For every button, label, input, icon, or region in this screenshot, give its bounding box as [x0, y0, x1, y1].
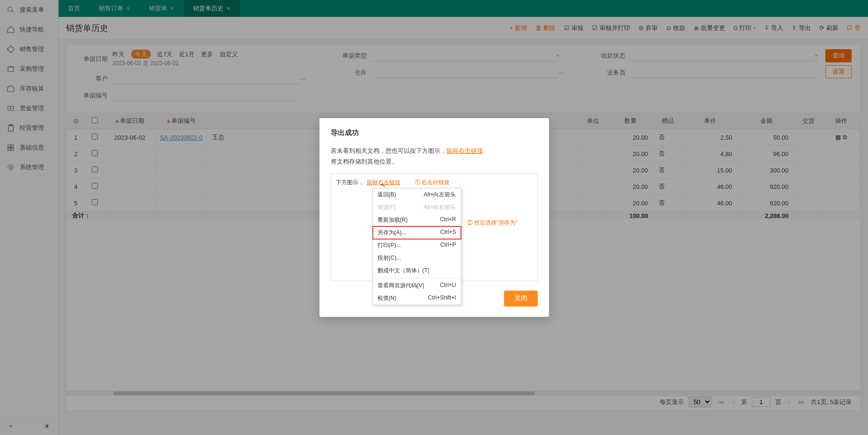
ctx-item: 前进(F)Alt+向右箭头 [373, 201, 461, 214]
modal-overlay: 导出成功 若未看到相关文档，您也可以按下方图示，鼠标右击链接 将文档存储到其他位… [0, 0, 868, 435]
ctx-item: 返回(B)Alt+向左箭头 [373, 188, 461, 201]
ctx-item: 打印(P)...Ctrl+P [373, 239, 461, 252]
tip2: ② 然后选择"另存为" [467, 219, 518, 227]
modal-title: 导出成功 [331, 128, 538, 137]
ctx-item: 另存为(A)...Ctrl+S [373, 226, 461, 239]
modal-desc: 若未看到相关文档，您也可以按下方图示，鼠标右击链接 将文档存储到其他位置。 [331, 146, 538, 166]
ctx-item: 投射(C)... [373, 252, 461, 264]
rightclick-link[interactable]: 鼠标右击链接 [446, 147, 483, 154]
modal-illustration: 下方图示， 鼠标右击链接 ↖ ① 右击此链接 返回(B)Alt+向左箭头前进(F… [331, 173, 538, 281]
ctx-item: 翻成中文（简体）(T) [373, 264, 461, 277]
export-success-modal: 导出成功 若未看到相关文档，您也可以按下方图示，鼠标右击链接 将文档存储到其他位… [319, 118, 549, 316]
ctx-item: 查看网页源代码(V)Ctrl+U [373, 279, 461, 292]
tip1: ① 右击此链接 [415, 179, 450, 187]
context-menu: 返回(B)Alt+向左箭头前进(F)Alt+向右箭头重新加载(R)Ctrl+R另… [372, 188, 461, 305]
close-button[interactable]: 关闭 [504, 291, 538, 307]
ctx-item: 重新加载(R)Ctrl+R [373, 214, 461, 226]
ctx-item: 检查(N)Ctrl+Shift+I [373, 292, 461, 305]
